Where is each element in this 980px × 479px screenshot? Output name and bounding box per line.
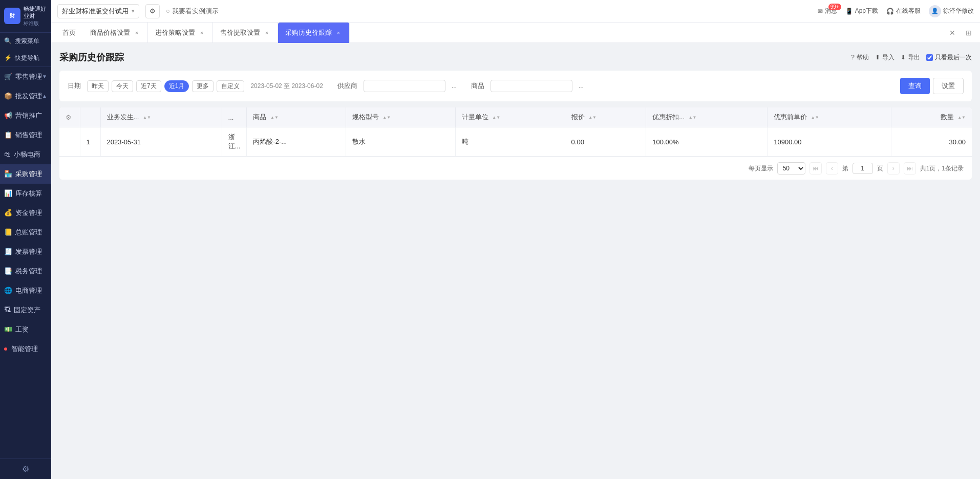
close-all-tabs-button[interactable]: ✕	[945, 26, 960, 40]
import-icon: ⬆	[875, 54, 880, 61]
sidebar-item-ledger[interactable]: 📒 总账管理	[0, 223, 51, 242]
date-btn-more[interactable]: 更多	[192, 80, 214, 92]
col-settings: ⚙	[59, 107, 80, 127]
tab-product-price[interactable]: 商品价格设置 ×	[83, 23, 148, 43]
cell-gear	[59, 127, 80, 157]
close-tab-purchase-history[interactable]: ×	[335, 29, 342, 36]
column-settings-icon[interactable]: ⚙	[66, 114, 72, 121]
demo-button[interactable]: ○ 我要看实例演示	[166, 7, 219, 16]
col-unit[interactable]: 计量单位 ▲▼	[455, 107, 565, 127]
expand-tab-button[interactable]: ⊞	[962, 26, 976, 40]
supplier-input[interactable]	[364, 80, 445, 92]
next-page-button[interactable]: ›	[887, 162, 900, 175]
product-more-btn[interactable]: ...	[579, 82, 584, 90]
date-btn-7days[interactable]: 近7天	[136, 80, 161, 92]
purchase-icon: 🏪	[4, 170, 12, 178]
headset-icon: 🎧	[886, 8, 894, 15]
col-more[interactable]: ...	[222, 107, 247, 127]
tab-purchase-strategy[interactable]: 进价策略设置 ×	[148, 23, 213, 43]
col-pre-discount-price[interactable]: 优惠前单价 ▲▼	[768, 107, 891, 127]
sidebar-item-smart-mgmt[interactable]: 智能管理	[0, 339, 51, 359]
sidebar-item-wholesale[interactable]: 📦 批发管理 ▲	[0, 86, 51, 106]
sidebar-item-purchase[interactable]: 🏪 采购管理	[0, 164, 51, 184]
date-buttons: 昨天 今天 近7天 近1月 更多 自定义	[87, 80, 244, 92]
app-download-button[interactable]: 📱 App下载	[845, 7, 878, 15]
invoice-icon: 🧾	[4, 248, 12, 255]
col-spec[interactable]: 规格型号 ▲▼	[346, 107, 455, 127]
sidebar-item-inventory[interactable]: 📊 库存核算	[0, 184, 51, 203]
sidebar-item-ecommerce-small[interactable]: 🛍 小畅电商	[0, 145, 51, 164]
col-price[interactable]: 报价 ▲▼	[565, 107, 646, 127]
topbar-right: ✉ 消息 99+ 📱 App下载 🎧 在线客服 👤 徐泽华修改	[818, 5, 974, 17]
topbar: 好业财标准版交付试用 ▾ ⚙ ○ 我要看实例演示 ✉ 消息 99+ 📱 App下…	[51, 0, 980, 23]
tab-sale-price[interactable]: 售价提取设置 ×	[213, 23, 278, 43]
prev-page-button[interactable]: ‹	[826, 162, 838, 175]
date-btn-today[interactable]: 今天	[112, 80, 133, 92]
filter-bar: 日期 昨天 今天 近7天 近1月 更多 自定义 2023-05-02 至 202…	[59, 71, 972, 101]
date-btn-yesterday[interactable]: 昨天	[87, 80, 109, 92]
date-btn-1month[interactable]: 近1月	[164, 80, 189, 92]
last-page-button[interactable]: ⏭	[904, 162, 916, 175]
date-range-display: 2023-05-02 至 2023-06-02	[250, 82, 323, 91]
close-tab-purchase-strategy[interactable]: ×	[198, 29, 205, 36]
product-filter-label: 商品	[471, 81, 484, 91]
page-input[interactable]	[853, 163, 873, 174]
cell-biz-date: 2023-05-31	[100, 127, 222, 157]
only-last-checkbox-group: 只看最后一次	[926, 53, 972, 62]
sidebar-item-marketing[interactable]: 📢 营销推广	[0, 106, 51, 125]
sort-icon-price: ▲▼	[588, 115, 596, 120]
sidebar: 财 畅捷通好业财 标准版 🔍 搜索菜单 ⚡ 快捷导航 🛒 零售管理 ▼ 📦 批发…	[0, 0, 51, 479]
sidebar-item-sales[interactable]: 📋 销售管理	[0, 125, 51, 145]
per-page-select[interactable]: 50 20 100	[777, 162, 805, 175]
table-header-row: ⚙ 业务发生... ▲▼ ... 商品 ▲▼	[59, 107, 972, 127]
export-button[interactable]: ⬇ 导出	[901, 53, 920, 62]
marketing-icon: 📢	[4, 112, 12, 119]
sidebar-quicknav[interactable]: ⚡ 快捷导航	[0, 50, 51, 67]
sidebar-item-retail[interactable]: 🛒 零售管理 ▼	[0, 67, 51, 86]
query-button[interactable]: 查询	[900, 78, 930, 94]
settings-button[interactable]: 设置	[933, 78, 964, 94]
sidebar-search[interactable]: 🔍 搜索菜单	[0, 33, 51, 50]
chevron-up-icon: ▲	[42, 93, 47, 99]
ledger-icon: 📒	[4, 228, 12, 236]
settings-gear-icon[interactable]: ⚙	[22, 464, 29, 474]
logo-text: 畅捷通好业财 标准版	[24, 5, 47, 27]
cell-unit: 吨	[455, 127, 565, 157]
user-menu-button[interactable]: 👤 徐泽华修改	[929, 5, 974, 17]
product-input[interactable]	[491, 80, 572, 92]
main-area: 好业财标准版交付试用 ▾ ⚙ ○ 我要看实例演示 ✉ 消息 99+ 📱 App下…	[51, 0, 980, 479]
tabbar-right: ✕ ⊞	[945, 26, 976, 40]
version-selector[interactable]: 好业财标准版交付试用 ▾	[57, 4, 139, 18]
close-tab-product-price[interactable]: ×	[133, 29, 140, 36]
topbar-settings-button[interactable]: ⚙	[145, 4, 160, 18]
inventory-icon: 📊	[4, 189, 12, 197]
tab-home[interactable]: 首页	[55, 23, 83, 43]
supplier-more-btn[interactable]: ...	[452, 82, 457, 90]
online-service-button[interactable]: 🎧 在线客服	[886, 7, 921, 15]
date-btn-custom[interactable]: 自定义	[217, 80, 244, 92]
sidebar-item-tax[interactable]: 📑 税务管理	[0, 262, 51, 281]
col-quantity[interactable]: 数量 ▲▼	[891, 107, 972, 127]
sidebar-item-fixed-assets[interactable]: 🏗 固定资产	[0, 300, 51, 320]
date-filter-label: 日期	[68, 81, 81, 91]
sidebar-item-ecommerce[interactable]: 🌐 电商管理	[0, 281, 51, 300]
help-button[interactable]: ? 帮助	[851, 53, 869, 62]
col-biz-date[interactable]: 业务发生... ▲▼	[100, 107, 222, 127]
close-tab-sale-price[interactable]: ×	[263, 29, 270, 36]
first-page-button[interactable]: ⏮	[809, 162, 822, 175]
only-last-checkbox[interactable]	[926, 54, 933, 61]
sidebar-item-payroll[interactable]: 💵 工资	[0, 320, 51, 339]
pagination-summary: 共1页，1条记录	[920, 164, 964, 173]
import-button[interactable]: ⬆ 导入	[875, 53, 894, 62]
col-discount[interactable]: 优惠折扣... ▲▼	[646, 107, 768, 127]
sidebar-item-finance[interactable]: 💰 资金管理	[0, 203, 51, 223]
col-index	[80, 107, 100, 127]
cell-spec: 散水	[346, 127, 455, 157]
tab-purchase-history[interactable]: 采购历史价跟踪 ×	[278, 23, 350, 43]
filter-row-date: 日期 昨天 今天 近7天 近1月 更多 自定义 2023-05-02 至 202…	[68, 78, 964, 94]
ecommerce-icon: 🌐	[4, 287, 12, 294]
col-product[interactable]: 商品 ▲▼	[247, 107, 346, 127]
sidebar-item-invoice[interactable]: 🧾 发票管理	[0, 242, 51, 262]
sort-icon-unit: ▲▼	[492, 115, 500, 120]
messages-button[interactable]: ✉ 消息 99+	[818, 7, 837, 15]
